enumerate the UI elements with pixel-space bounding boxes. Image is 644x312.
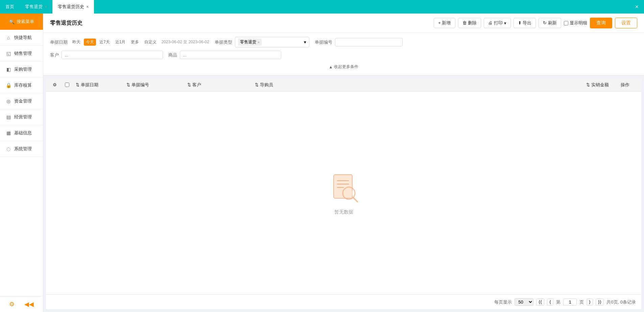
th-action: 操作 (612, 82, 639, 88)
th-number[interactable]: ⇅ 单据编号 (124, 82, 185, 88)
refresh-button[interactable]: ↻ 刷新 (539, 18, 561, 28)
date-label: 单据日期 (50, 39, 68, 45)
close-retail-return-history-tab[interactable]: × (86, 4, 89, 9)
date-filter: 单据日期 昨天 今天 近7天 近1月 更多 自定义 2023-06-02 至 2… (50, 39, 209, 46)
tab-retail-return[interactable]: 零售退货 × (20, 0, 52, 14)
sidebar-bottom: ⚙ ◀◀ (0, 296, 43, 312)
date-shortcuts: 昨天 今天 近7天 近1月 更多 自定义 (70, 39, 159, 46)
sidebar-item-inventory[interactable]: 🔒 库存核算 (0, 77, 43, 93)
date-range-display: 2023-06-02 至 2023-06-02 (161, 39, 209, 45)
new-button[interactable]: + 新增 (434, 18, 455, 28)
sidebar-item-sales-mgmt[interactable]: ◱ 销售管理 (0, 46, 43, 62)
setting-button[interactable]: 设置 (615, 18, 637, 28)
goods-input[interactable] (180, 51, 281, 59)
th-customer[interactable]: ⇅ 客户 (185, 82, 252, 88)
total-info: 共0页, 0条记录 (606, 299, 636, 305)
date-btn-yesterday[interactable]: 昨天 (70, 39, 82, 46)
date-btn-today[interactable]: 今天 (84, 39, 96, 46)
th-settings[interactable]: ⚙ (49, 82, 61, 87)
page-last-button[interactable]: ⟩⟩ (596, 298, 604, 306)
main-layout: 🔍 搜索菜单 ⌂ 快捷导航 ◱ 销售管理 ◧ 采购管理 🔒 库存核算 ◎ 资金管… (0, 14, 644, 312)
topbar-right: × (635, 3, 644, 10)
th-guide[interactable]: ⇅ 导购员 (252, 82, 306, 88)
date-btn-more[interactable]: 更多 (129, 39, 141, 46)
sort-guide-icon: ⇅ (255, 82, 259, 87)
sidebar-item-operations[interactable]: ▤ 经营管理 (0, 109, 43, 125)
table-area: ⚙ ⇅ 单据日期 ⇅ 单据编号 ⇅ 客户 ⇅ (46, 78, 641, 309)
tab-home[interactable]: 首页 (0, 0, 20, 14)
svg-line-6 (353, 198, 357, 202)
th-amount[interactable]: ⇅ 实销金额 (571, 82, 612, 88)
customer-label: 客户 (50, 52, 59, 58)
th-checkbox[interactable] (61, 83, 73, 87)
bill-number-input[interactable] (335, 38, 403, 46)
date-btn-custom[interactable]: 自定义 (142, 39, 159, 46)
volume-icon[interactable]: ◀◀ (24, 300, 34, 308)
content-area: 零售退货历史 + 新增 🗑 删除 🖨 打印 ▾ ⬆ 导出 ↻ 刷新 (43, 14, 644, 312)
select-all-checkbox[interactable] (65, 83, 69, 87)
show-detail-input[interactable] (564, 21, 568, 25)
filter-area: 单据日期 昨天 今天 近7天 近1月 更多 自定义 2023-06-02 至 2… (43, 33, 644, 75)
window-close-button[interactable]: × (635, 3, 639, 10)
bill-type-tag-close[interactable]: × (258, 40, 260, 44)
bill-type-select[interactable]: 零售退货 × ▾ (235, 37, 309, 47)
print-chevron-icon: ▾ (504, 21, 506, 26)
goods-filter: 商品 (168, 51, 281, 59)
top-bar: 首页 零售退货 × 零售退货历史 × × (0, 0, 644, 14)
sys-icon: ◌ (5, 146, 11, 152)
page-number-input[interactable] (563, 298, 577, 306)
sidebar-item-quick-nav[interactable]: ⌂ 快捷导航 (0, 30, 43, 46)
sidebar-item-sys-mgmt[interactable]: ◌ 系统管理 (0, 141, 43, 157)
bill-type-tag: 零售退货 × (238, 39, 262, 46)
query-button[interactable]: 查询 (590, 18, 612, 28)
sidebar-item-finance[interactable]: ◎ 资金管理 (0, 93, 43, 109)
operations-icon: ▤ (5, 114, 11, 120)
collapse-row: ▲ 收起更多条件 (50, 63, 637, 71)
filter-row-1: 单据日期 昨天 今天 近7天 近1月 更多 自定义 2023-06-02 至 2… (50, 37, 637, 47)
page-prev-button[interactable]: ⟨ (547, 298, 553, 306)
collapse-button[interactable]: ▲ 收起更多条件 (325, 63, 363, 71)
filter-row-2: 客户 商品 (50, 51, 637, 59)
bill-number-filter: 单据编号 (315, 38, 403, 46)
bill-type-chevron-icon: ▾ (304, 40, 306, 45)
inventory-icon: 🔒 (5, 82, 11, 88)
toolbar: + 新增 🗑 删除 🖨 打印 ▾ ⬆ 导出 ↻ 刷新 显示明细 (434, 18, 637, 28)
th-date[interactable]: ⇅ 单据日期 (73, 82, 124, 88)
purchase-icon: ◧ (5, 66, 11, 72)
sales-icon: ◱ (5, 50, 11, 57)
collapse-up-icon: ▲ (329, 65, 333, 69)
page-next-button[interactable]: ⟩ (587, 298, 593, 306)
sort-amount-icon: ⇅ (586, 82, 590, 87)
customer-input[interactable] (62, 51, 163, 59)
page-title: 零售退货历史 (50, 20, 82, 27)
search-icon: 🔍 (9, 19, 15, 24)
export-button[interactable]: ⬆ 导出 (514, 18, 536, 28)
print-button[interactable]: 🖨 打印 ▾ (484, 18, 511, 28)
customer-filter: 客户 (50, 51, 163, 59)
date-btn-1month[interactable]: 近1月 (113, 39, 128, 46)
page-size-select[interactable]: 50 10 20 100 (515, 298, 533, 306)
sidebar-search[interactable]: 🔍 搜索菜单 (0, 14, 43, 30)
date-btn-7days[interactable]: 近7天 (97, 39, 112, 46)
close-retail-return-tab[interactable]: × (45, 4, 47, 9)
settings-bottom-icon[interactable]: ⚙ (9, 300, 15, 308)
tab-retail-return-history[interactable]: 零售退货历史 × (52, 0, 94, 14)
empty-state: 暂无数据 (46, 92, 641, 294)
page-size-label: 每页显示 (494, 299, 512, 305)
table-header: ⚙ ⇅ 单据日期 ⇅ 单据编号 ⇅ 客户 ⇅ (46, 78, 641, 92)
home-icon: ⌂ (5, 35, 11, 41)
page-unit-label: 页 (579, 299, 584, 305)
empty-text: 暂无数据 (334, 209, 353, 215)
sidebar-item-purchase-mgmt[interactable]: ◧ 采购管理 (0, 62, 43, 77)
show-detail-checkbox[interactable]: 显示明细 (564, 20, 587, 26)
page-first-button[interactable]: ⟨⟨ (536, 298, 544, 306)
sidebar: 🔍 搜索菜单 ⌂ 快捷导航 ◱ 销售管理 ◧ 采购管理 🔒 库存核算 ◎ 资金管… (0, 14, 43, 312)
finance-icon: ◎ (5, 98, 11, 104)
bill-type-filter: 单据类型 零售退货 × ▾ (215, 37, 309, 47)
pagination: 每页显示 50 10 20 100 ⟨⟨ ⟨ 第 页 ⟩ ⟩⟩ 共0页, 0条记… (46, 294, 641, 309)
sidebar-item-basic-info[interactable]: ▦ 基础信息 (0, 125, 43, 141)
empty-state-icon (327, 171, 361, 205)
sort-date-icon: ⇅ (76, 82, 79, 87)
delete-button[interactable]: 🗑 删除 (458, 18, 481, 28)
settings-icon: ⚙ (53, 82, 57, 87)
